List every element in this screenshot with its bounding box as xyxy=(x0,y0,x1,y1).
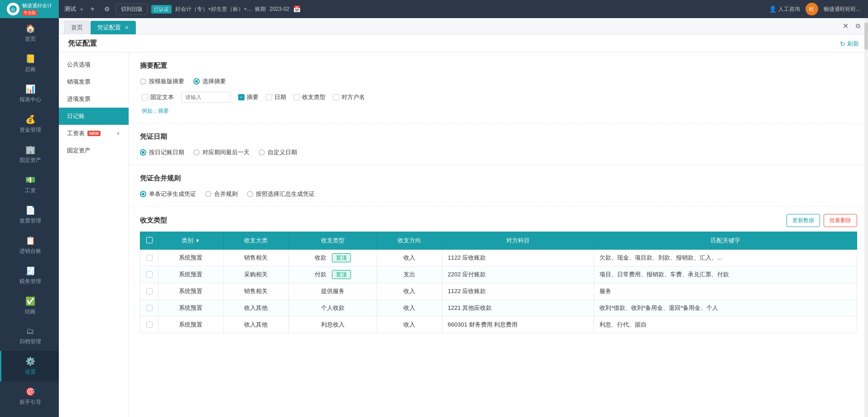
tab-home[interactable]: 首页 xyxy=(64,21,90,34)
refresh-button[interactable]: ↻ 刷新 xyxy=(840,40,859,48)
col-account: 对方科目 xyxy=(442,232,594,250)
tag-pin-2[interactable]: 置顶 xyxy=(332,270,351,279)
add-icon[interactable]: + xyxy=(87,4,98,14)
checkbox-fixed-text[interactable]: 固定文本 xyxy=(142,93,174,101)
period-label: 账期 xyxy=(255,5,266,13)
window-close-icon[interactable]: ✕ xyxy=(840,21,851,32)
settings-icon[interactable]: ⚙ xyxy=(101,4,112,14)
row-direction-4: 收入 xyxy=(377,300,442,317)
fixed-assets-icon: 🏢 xyxy=(25,145,35,155)
sidebar-item-tax[interactable]: 🧾 税务管理 xyxy=(0,261,59,291)
svg-text:会: 会 xyxy=(11,7,15,12)
sidebar-item-purchase-sales[interactable]: 📋 进销台账 xyxy=(0,230,59,261)
sidebar-item-close-accounts[interactable]: ✅ 结账 xyxy=(0,291,59,321)
second-nav-item-public[interactable]: 公共选项 xyxy=(59,56,129,73)
checkbox-summary[interactable]: ✓ 摘要 xyxy=(238,93,259,101)
summary-config-section: 摘要配置 按模板版摘要 选择摘要 xyxy=(129,52,868,123)
fixed-text-input[interactable] xyxy=(181,92,231,103)
col-direction: 收支方向 xyxy=(377,232,442,250)
ledger-icon: 📒 xyxy=(25,54,35,64)
purchase-sales-icon: 📋 xyxy=(25,236,35,246)
select-all-checkbox[interactable] xyxy=(146,237,153,243)
radio-template[interactable]: 按模板版摘要 xyxy=(140,77,184,85)
sidebar-item-home[interactable]: 🏠 首页 xyxy=(0,18,59,48)
sidebar-item-guide[interactable]: 🎯 新手引导 xyxy=(0,381,59,412)
sidebar-item-archive[interactable]: 🗂 归档管理 xyxy=(0,321,59,351)
radio-summary-gen[interactable]: 按照选择汇总生成凭证 xyxy=(247,190,315,198)
merge-rules-title: 凭证合并规则 xyxy=(140,174,857,183)
radio-journal-date[interactable]: 按日记账日期 xyxy=(140,148,184,156)
archive-icon: 🗂 xyxy=(26,327,34,336)
table-row: 系统预置 收入其他 个人收款 收入 1221 其他应收款 收到*借款、收到*备用… xyxy=(140,300,857,317)
row-type-3: 提供服务 xyxy=(288,283,377,300)
refresh-icon: ↻ xyxy=(840,40,845,47)
row-checkbox-4[interactable] xyxy=(146,305,153,311)
sidebar-item-ledger[interactable]: 📒 总账 xyxy=(0,48,59,79)
user-name: 畅捷通旺旺旺... xyxy=(824,5,861,13)
sidebar-item-fund[interactable]: 💰 资金管理 xyxy=(0,109,59,139)
radio-merge[interactable]: 合并规则 xyxy=(205,190,238,198)
window-maximize-icon[interactable]: ⧉ xyxy=(853,21,863,32)
checkbox-counterpart[interactable]: 对方户名 xyxy=(333,93,365,101)
radio-custom-date[interactable]: 自定义日期 xyxy=(259,148,297,156)
fund-icon: 💰 xyxy=(25,114,35,124)
sidebar-item-payroll[interactable]: 💵 工资 xyxy=(0,170,59,200)
row-checkbox-2[interactable] xyxy=(146,271,153,278)
col-main-type: 收支大类 xyxy=(223,232,288,250)
software-status: 好会计（专）+好生意（标）+... xyxy=(175,5,251,13)
second-nav-item-payroll-table[interactable]: 工资表 NEW ▼ xyxy=(59,125,129,142)
home-icon: 🏠 xyxy=(25,24,35,33)
company-name: 测试 xyxy=(64,5,76,13)
voucher-date-section: 凭证日期 按日记账日期 对应期间最后一天 xyxy=(129,123,868,165)
row-category-2: 系统预置 xyxy=(158,266,224,283)
sidebar-item-member[interactable]: 👑 畅会员 xyxy=(0,412,59,417)
second-nav-item-journal[interactable]: 日记账 xyxy=(59,108,129,125)
row-keywords-4: 收到*借款、收到*备用金、退回*备用金、个人 xyxy=(594,300,857,317)
table-row: 系统预置 采购相关 付款 置顶 支出 2202 应付账款 项目、日常费用、报销款… xyxy=(140,266,857,283)
second-nav-item-fixed-assets[interactable]: 固定资产 xyxy=(59,142,129,159)
row-main-type-4: 收入其他 xyxy=(223,300,288,317)
tab-close-icon[interactable]: ✕ xyxy=(125,24,129,31)
row-checkbox-5[interactable] xyxy=(146,322,153,328)
row-main-type-2: 采购相关 xyxy=(223,266,288,283)
user-avatar: 旺 xyxy=(806,3,818,15)
tab-voucher-config[interactable]: 凭证配置 ✕ xyxy=(91,21,136,34)
second-nav-item-sales-invoice[interactable]: 销项发票 xyxy=(59,73,129,90)
radio-select-summary[interactable]: 选择摘要 xyxy=(193,77,226,85)
service-button[interactable]: 👤 人工咨询 xyxy=(769,5,800,13)
row-checkbox-3[interactable] xyxy=(146,288,153,294)
second-nav-item-purchase-invoice[interactable]: 进项发票 xyxy=(59,90,129,108)
row-main-type-1: 销售相关 xyxy=(223,250,288,266)
calendar-icon[interactable]: 📅 xyxy=(293,5,301,13)
table-row: 系统预置 销售相关 提供服务 收入 1122 应收账款 服务 xyxy=(140,283,857,300)
sidebar-item-fixed-assets[interactable]: 🏢 固定资产 xyxy=(0,139,59,170)
dropdown-arrow-icon[interactable]: + xyxy=(80,5,83,13)
row-type-2: 付款 置顶 xyxy=(288,266,377,283)
update-data-button[interactable]: 更新数据 xyxy=(786,214,820,227)
table-row: 系统预置 收入其他 利息收入 收入 660301 财务费用 利息费用 利息、行代… xyxy=(140,317,857,333)
checkbox-date[interactable]: 日期 xyxy=(266,93,286,101)
sidebar-item-settings[interactable]: ⚙️ 设置 xyxy=(0,351,59,381)
tag-pin-1[interactable]: 置顶 xyxy=(332,253,351,262)
voucher-date-title: 凭证日期 xyxy=(140,133,857,141)
row-type-4: 个人收款 xyxy=(288,300,377,317)
checkbox-type[interactable]: 收支类型 xyxy=(293,93,326,101)
service-icon: 👤 xyxy=(769,5,777,13)
row-checkbox-1[interactable] xyxy=(146,255,153,261)
sidebar-item-reports[interactable]: 📊 报表中心 xyxy=(0,79,59,109)
row-category-5: 系统预置 xyxy=(158,317,224,333)
radio-single[interactable]: 单条记录生成凭证 xyxy=(140,190,196,198)
income-expense-section: 收支类型 更新数据 批量删除 xyxy=(129,207,868,342)
payroll-icon: 💵 xyxy=(25,175,35,185)
reports-icon: 📊 xyxy=(25,84,35,94)
switch-version-button[interactable]: 切到旧版 xyxy=(116,4,148,15)
row-account-4: 1221 其他应收款 xyxy=(442,300,594,317)
row-keywords-1: 欠款、现金、项目款、到款、报销款、汇入、... xyxy=(594,250,857,266)
row-category-1: 系统预置 xyxy=(158,250,224,266)
period-value: 2023-02 xyxy=(269,6,289,12)
batch-delete-button[interactable]: 批量删除 xyxy=(824,214,857,227)
sidebar-item-invoice[interactable]: 📄 发票管理 xyxy=(0,200,59,230)
col-category: 类别 ▼ xyxy=(158,232,224,250)
row-main-type-5: 收入其他 xyxy=(223,317,288,333)
radio-period-last[interactable]: 对应期间最后一天 xyxy=(193,148,249,156)
